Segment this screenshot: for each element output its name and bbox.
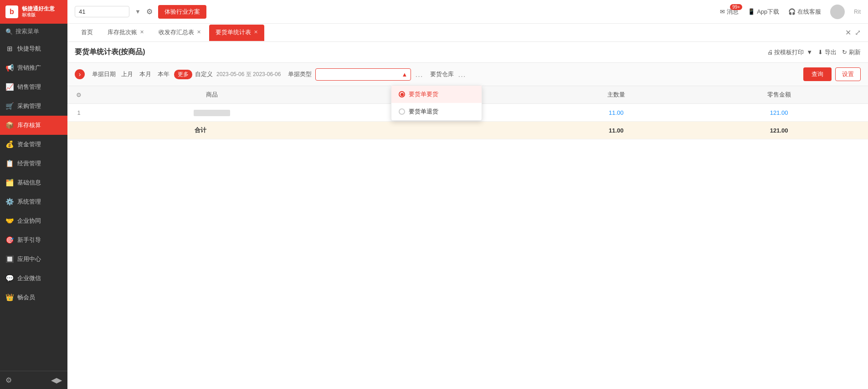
- settings-button[interactable]: 设置: [835, 67, 861, 81]
- sidebar-item-wechat[interactable]: 💬 企业微信: [0, 269, 67, 288]
- query-button[interactable]: 查询: [803, 67, 832, 81]
- sidebar-item-label: 畅会员: [17, 293, 35, 302]
- collapse-icon[interactable]: ◀▶: [51, 376, 62, 384]
- app-download-button[interactable]: 📱 App下载: [748, 8, 779, 16]
- date-btn-last-month[interactable]: 上月: [119, 69, 135, 79]
- type-filter-label: 单据类型: [288, 70, 312, 78]
- online-service-icon: 🎧: [788, 8, 796, 15]
- summary-quantity: 11.00: [542, 122, 690, 139]
- online-service-button[interactable]: 🎧 在线客服: [788, 8, 821, 16]
- header-gear-button[interactable]: ⚙: [146, 7, 153, 16]
- type-select-wrapper: ▲: [315, 68, 411, 81]
- tab-order-stats[interactable]: 要货单统计表 ✕: [209, 25, 264, 41]
- close-all-tabs-button[interactable]: ✕: [845, 28, 851, 37]
- tab-batch-accounts-label: 库存批次账: [108, 28, 137, 36]
- tab-batch-accounts[interactable]: 库存批次账 ✕: [101, 25, 150, 41]
- sidebar-item-guide[interactable]: 🎯 新手引导: [0, 230, 67, 250]
- row-quantity-link[interactable]: 11.00: [609, 109, 624, 116]
- sidebar-item-vip[interactable]: 👑 畅会员: [0, 288, 67, 307]
- sidebar-item-inventory[interactable]: 📦 库存核算: [0, 116, 67, 135]
- search-menu-label: 搜索菜单: [15, 27, 39, 36]
- page-header-actions: 🖨 按模板打印 ▼ ⬇ 导出 ↻ 刷新: [767, 48, 861, 56]
- sidebar-item-finance[interactable]: 💰 资金管理: [0, 135, 67, 154]
- vip-icon: 👑: [5, 293, 14, 302]
- sidebar-item-label: 资金管理: [17, 140, 41, 148]
- header-dropdown-icon[interactable]: ▼: [135, 8, 141, 15]
- tab-receipt-summary-label: 收发存汇总表: [159, 28, 194, 36]
- export-button[interactable]: ⬇ 导出: [818, 48, 837, 56]
- th-product: 商品: [90, 86, 334, 104]
- settings-icon[interactable]: ⚙: [5, 376, 12, 384]
- sidebar-item-sales[interactable]: 📈 销售管理: [0, 77, 67, 97]
- search-menu[interactable]: 🔍 搜索菜单: [0, 24, 67, 39]
- date-range-display: 2023-05-06 至 2023-06-06: [216, 71, 281, 78]
- basic-icon: 🗂️: [5, 179, 14, 187]
- warehouse-filter-label: 要货仓库: [430, 70, 454, 78]
- sidebar-item-operation[interactable]: 📋 经营管理: [0, 154, 67, 173]
- sidebar-item-label: 销售管理: [17, 83, 41, 91]
- sidebar-item-label: 新手引导: [17, 236, 41, 244]
- row-num: 1: [67, 104, 90, 122]
- tab-order-stats-label: 要货单统计表: [216, 28, 251, 36]
- sidebar-item-cooperation[interactable]: 🤝 企业协同: [0, 211, 67, 230]
- tab-home[interactable]: 首页: [75, 25, 99, 41]
- row-amount-link[interactable]: 121.00: [770, 109, 788, 116]
- header-input[interactable]: [75, 6, 129, 17]
- refresh-button[interactable]: ↻ 刷新: [842, 48, 861, 56]
- date-filter-group: 单据日期 上月 本月 本年 更多 自定义 2023-05-06 至 2023-0…: [92, 69, 281, 79]
- date-btn-this-year[interactable]: 本年: [156, 69, 171, 79]
- export-label: 导出: [825, 48, 837, 56]
- user-avatar[interactable]: [830, 5, 845, 19]
- header-right: ✉ 消息 99+ 📱 App下载 🎧 在线客服 Rit: [720, 5, 861, 19]
- sidebar-item-marketing[interactable]: 📢 营销推广: [0, 58, 67, 77]
- sales-icon: 📈: [5, 83, 14, 91]
- sidebar-item-quick-nav[interactable]: ⊞ 快捷导航: [0, 39, 67, 58]
- logo-icon: b: [5, 5, 18, 18]
- dropdown-item-order-goods[interactable]: 要货单要货: [391, 86, 482, 103]
- date-btn-custom[interactable]: 自定义: [195, 70, 213, 78]
- tab-receipt-summary[interactable]: 收发存汇总表 ✕: [152, 25, 207, 41]
- print-button[interactable]: 🖨 按模板打印 ▼: [767, 48, 812, 56]
- finance-icon: 💰: [5, 140, 14, 148]
- tab-home-label: 首页: [81, 28, 93, 36]
- trial-button[interactable]: 体验行业方案: [158, 5, 206, 19]
- tab-receipt-summary-close[interactable]: ✕: [197, 29, 201, 35]
- table-settings-icon[interactable]: ⚙: [76, 92, 82, 98]
- filter-expand-button[interactable]: ›: [75, 69, 85, 79]
- sidebar-item-label: 基础信息: [17, 179, 41, 187]
- sidebar-item-app-center[interactable]: 🔲 应用中心: [0, 250, 67, 269]
- type-filter-more-button[interactable]: …: [415, 70, 423, 79]
- app-download-icon: 📱: [748, 8, 755, 15]
- warehouse-filter-more-button[interactable]: …: [457, 70, 466, 79]
- sidebar-bottom: ⚙ ◀▶: [0, 371, 67, 389]
- export-icon: ⬇: [818, 49, 823, 56]
- warehouse-filter-group: 要货仓库 …: [430, 70, 466, 79]
- cooperation-icon: 🤝: [5, 217, 14, 225]
- tab-order-stats-close[interactable]: ✕: [254, 29, 258, 35]
- sidebar-item-system[interactable]: ⚙️ 系统管理: [0, 192, 67, 211]
- dropdown-item-order-return[interactable]: 要货单退货: [391, 103, 482, 120]
- th-settings[interactable]: ⚙: [67, 86, 90, 104]
- sidebar-item-label: 系统管理: [17, 198, 41, 206]
- type-select-input[interactable]: [315, 68, 411, 81]
- sidebar-item-label: 应用中心: [17, 255, 41, 263]
- expand-tab-button[interactable]: ⤢: [855, 28, 861, 37]
- messages-button[interactable]: ✉ 消息 99+: [720, 8, 739, 16]
- refresh-label: 刷新: [849, 48, 861, 56]
- date-btn-this-month[interactable]: 本月: [138, 69, 153, 79]
- th-quantity: 主数量: [542, 86, 690, 104]
- summary-amount: 121.00: [690, 122, 868, 139]
- wechat-icon: 💬: [5, 274, 14, 282]
- tabs-bar: 首页 库存批次账 ✕ 收发存汇总表 ✕ 要货单统计表 ✕ ✕ ⤢: [67, 24, 868, 42]
- sidebar-nav: ⊞ 快捷导航 📢 营销推广 📈 销售管理 🛒 采购管理 📦 库存核算 💰 资金管…: [0, 39, 67, 371]
- date-btn-7days[interactable]: 更多: [174, 70, 192, 79]
- sidebar-item-label: 采购管理: [17, 102, 41, 110]
- summary-label-cell: 合计: [67, 122, 334, 139]
- app-logo: b 畅捷通好生意 标准版: [0, 0, 67, 24]
- tab-batch-accounts-close[interactable]: ✕: [140, 29, 144, 35]
- refresh-icon: ↻: [842, 49, 847, 56]
- sidebar-item-purchase[interactable]: 🛒 采购管理: [0, 97, 67, 116]
- sidebar-item-label: 快捷导航: [17, 45, 41, 53]
- sidebar-item-basic[interactable]: 🗂️ 基础信息: [0, 173, 67, 192]
- print-label: 按模板打印: [774, 48, 804, 56]
